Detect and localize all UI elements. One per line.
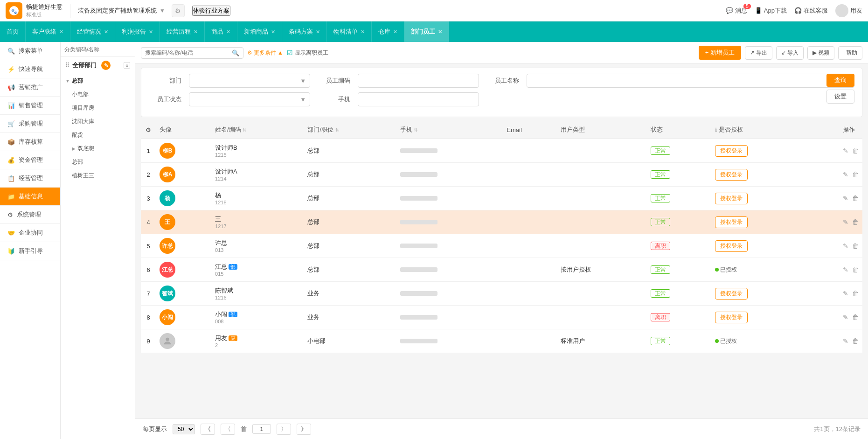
edit-icon[interactable]: ✎	[843, 171, 848, 178]
tab-bom[interactable]: 物料清单✕	[327, 21, 372, 42]
delete-icon[interactable]: 🗑	[852, 290, 859, 297]
tab-barcode[interactable]: 条码方案✕	[282, 21, 327, 42]
page-input[interactable]	[252, 424, 271, 434]
search-input[interactable]	[145, 49, 230, 56]
delete-icon[interactable]: 🗑	[852, 337, 859, 345]
tree-node-shuang[interactable]: ▶ 双底想	[61, 142, 135, 155]
delete-icon[interactable]: 🗑	[852, 266, 859, 273]
more-filter-btn[interactable]: ⚙ 更多条件 ▲	[247, 49, 283, 57]
auth-btn[interactable]: 授权登录	[715, 193, 748, 204]
sidebar-item-guide[interactable]: 🔰 新手引导	[0, 242, 60, 260]
tab-goods[interactable]: 商品✕	[205, 21, 237, 42]
delete-icon[interactable]: 🗑	[852, 242, 859, 250]
edit-icon[interactable]: ✎	[843, 290, 848, 297]
close-icon[interactable]: ✕	[361, 29, 365, 35]
auth-btn[interactable]: 授权登录	[715, 216, 748, 228]
th-settings[interactable]: ⚙	[141, 121, 156, 139]
sidebar-item-system[interactable]: ⚙ 系统管理	[0, 206, 60, 224]
delete-icon[interactable]: 🗑	[852, 171, 859, 178]
sidebar-item-marketing[interactable]: 📢 营销推广	[0, 78, 60, 97]
settings-btn[interactable]: ⚙	[172, 4, 185, 17]
th-dept[interactable]: 部门/职位 ⇅	[304, 121, 396, 139]
emp-name-input[interactable]	[527, 74, 854, 88]
auth-btn[interactable]: 授权登录	[715, 240, 748, 252]
tab-business[interactable]: 经营情况✕	[70, 21, 115, 42]
tree-node-shenyang[interactable]: 沈阳大库	[61, 115, 135, 128]
delete-icon[interactable]: 🗑	[852, 195, 859, 202]
help-btn[interactable]: | 帮助	[838, 46, 862, 60]
close-icon[interactable]: ✕	[271, 29, 275, 35]
message-btn[interactable]: 💬 消息 5	[726, 7, 747, 15]
edit-icon[interactable]: ✎	[101, 61, 111, 70]
auth-btn[interactable]: 授权登录	[715, 145, 748, 157]
view-btn[interactable]: ▶ 视频	[807, 46, 834, 60]
collapse-btn[interactable]: «	[124, 62, 130, 69]
prev-page-btn[interactable]: 〈	[221, 424, 235, 435]
edit-icon[interactable]: ✎	[843, 314, 848, 321]
edit-icon[interactable]: ✎	[843, 266, 848, 273]
close-icon[interactable]: ✕	[149, 29, 153, 35]
experience-btn[interactable]: 体验行业方案	[192, 6, 230, 16]
sidebar-item-inventory[interactable]: 📦 库存核算	[0, 133, 60, 151]
tab-home[interactable]: 首页	[0, 21, 26, 42]
tab-history[interactable]: 经营历程✕	[160, 21, 205, 42]
delete-icon[interactable]: 🗑	[852, 314, 859, 321]
auth-btn[interactable]: 授权登录	[715, 288, 748, 300]
export-btn[interactable]: ↗ 导出	[745, 46, 772, 60]
tree-search-input[interactable]	[64, 46, 134, 53]
close-icon[interactable]: ✕	[316, 29, 320, 35]
delete-icon[interactable]: 🗑	[852, 218, 859, 226]
query-btn[interactable]: 查询	[826, 74, 854, 87]
tree-node-headquarters-parent[interactable]: ▼ 总部	[61, 74, 135, 88]
import-btn[interactable]: ↙ 导入	[776, 46, 804, 60]
delete-icon[interactable]: 🗑	[852, 147, 859, 154]
sidebar-item-collab[interactable]: 🤝 企业协同	[0, 224, 60, 242]
edit-icon[interactable]: ✎	[843, 337, 848, 345]
sidebar-search[interactable]: 🔍 搜索菜单	[0, 42, 60, 60]
sidebar-item-operations[interactable]: 📋 经营管理	[0, 169, 60, 188]
first-page-btn[interactable]: 《	[201, 424, 215, 435]
close-icon[interactable]: ✕	[438, 29, 442, 35]
tree-node-xiangmu[interactable]: 项目库房	[61, 101, 135, 115]
page-size-select[interactable]: 50	[173, 424, 195, 434]
tree-node-peihuo[interactable]: 配货	[61, 128, 135, 142]
phone-input[interactable]	[358, 92, 479, 106]
sidebar-item-quicknav[interactable]: ⚡ 快速导航	[0, 60, 60, 78]
dropdown-arrow[interactable]: ▼	[160, 7, 165, 14]
sidebar-item-finance[interactable]: 💰 资金管理	[0, 151, 60, 169]
close-icon[interactable]: ✕	[104, 29, 108, 35]
add-employee-btn[interactable]: + 新增员工	[699, 46, 741, 60]
next-page-btn[interactable]: 〉	[277, 424, 291, 435]
th-phone[interactable]: 手机 ⇅	[396, 121, 503, 139]
auth-btn[interactable]: 授权登录	[715, 169, 748, 181]
online-service-btn[interactable]: 🎧 在线客服	[794, 7, 828, 15]
tab-profit[interactable]: 利润报告✕	[115, 21, 160, 42]
edit-icon[interactable]: ✎	[843, 242, 848, 250]
close-icon[interactable]: ✕	[226, 29, 230, 35]
tree-node-zongbu[interactable]: 总部	[61, 155, 135, 169]
tab-employee[interactable]: 部门员工✕	[404, 21, 449, 42]
search-submit-icon[interactable]: 🔍	[232, 49, 239, 56]
edit-icon[interactable]: ✎	[843, 147, 848, 154]
emp-code-input[interactable]	[358, 74, 479, 88]
tab-warehouse[interactable]: 仓库✕	[372, 21, 404, 42]
show-resign-toggle[interactable]: ☑ 显示离职员工	[287, 49, 328, 57]
close-icon[interactable]: ✕	[393, 29, 397, 35]
th-name[interactable]: 姓名/编码 ⇅	[211, 121, 304, 139]
reset-btn[interactable]: 设置	[826, 90, 854, 104]
app-download-btn[interactable]: 📱 App下载	[755, 7, 787, 15]
sidebar-item-sales[interactable]: 📊 销售管理	[0, 97, 60, 115]
user-menu[interactable]: 用友	[835, 4, 862, 17]
tab-customer[interactable]: 客户联络✕	[26, 21, 70, 42]
dept-select[interactable]: ▼	[189, 74, 310, 88]
close-icon[interactable]: ✕	[194, 29, 198, 35]
edit-icon[interactable]: ✎	[843, 218, 848, 226]
sidebar-item-purchase[interactable]: 🛒 采购管理	[0, 115, 60, 133]
tree-all-dept[interactable]: ⠿ 全部部门 ✎ «	[61, 57, 135, 74]
auth-btn[interactable]: 授权登录	[715, 312, 748, 323]
tree-node-xiaodibu[interactable]: 小电部	[61, 88, 135, 101]
tree-node-zhishu[interactable]: 植树王三	[61, 169, 135, 182]
tab-add-goods[interactable]: 新增商品✕	[237, 21, 282, 42]
edit-icon[interactable]: ✎	[843, 195, 848, 202]
emp-status-select[interactable]: ▼	[189, 92, 310, 106]
